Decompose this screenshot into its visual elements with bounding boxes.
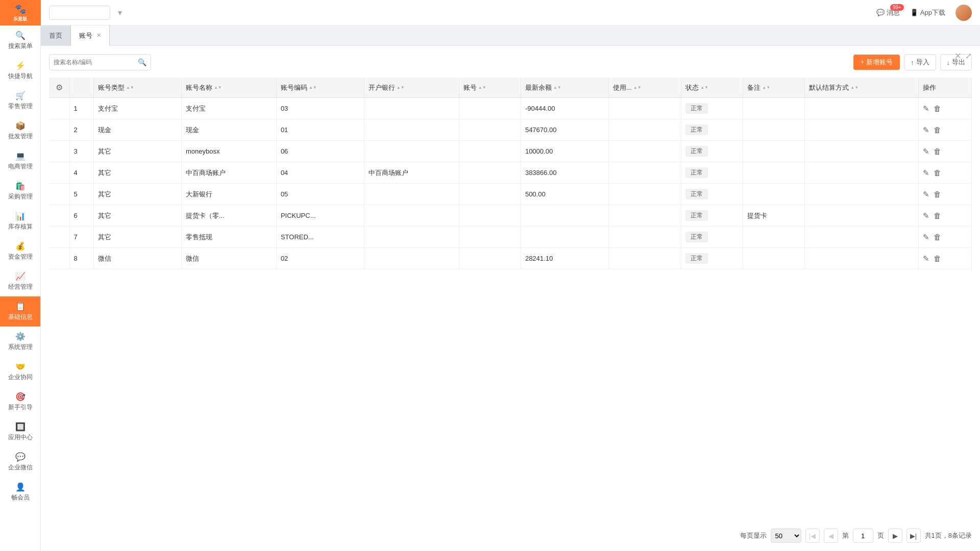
sidebar-item-ecommerce[interactable]: 💻 电商管理 [0,146,40,176]
row-bank [364,227,459,248]
message-button[interactable]: 💬 消息 99+ [876,8,900,17]
status-badge: 正常 [685,210,708,221]
row-type: 其它 [93,227,181,248]
col-default-settlement[interactable]: 默认结算方式 ▲▼ [805,78,919,98]
search-icon[interactable]: 🔍 [138,58,146,66]
status-badge: 正常 [685,146,708,157]
user-avatar[interactable] [955,5,972,21]
row-index: 8 [69,248,93,269]
delete-button[interactable]: 🗑 [934,233,941,241]
table-settings-icon[interactable]: ⚙ [56,83,63,92]
row-bank [364,98,459,119]
sidebar-item-system[interactable]: ⚙️ 系统管理 [0,327,40,357]
delete-button[interactable]: 🗑 [934,126,941,134]
total-label: 共1页，8条记录 [925,531,972,540]
add-account-label: + 新增账号 [861,58,893,67]
topbar-dropdown-arrow[interactable]: ▼ [116,9,124,17]
last-page-button[interactable]: ▶| [906,529,921,543]
col-name[interactable]: 账号名称 ▲▼ [181,78,276,98]
delete-button[interactable]: 🗑 [934,168,941,177]
row-type: 其它 [93,162,181,184]
col-usage[interactable]: 使用... ▲▼ [608,78,681,98]
status-badge: 正常 [685,253,708,264]
page-input[interactable]: 1 [853,529,873,543]
row-actions: ✎ 🗑 [919,248,972,269]
delete-button[interactable]: 🗑 [934,211,941,220]
col-type[interactable]: 账号类型 ▲▼ [93,78,181,98]
row-remark [743,98,805,119]
tab-home[interactable]: 首页 [41,26,71,46]
app-download-button[interactable]: 📱 App下载 [910,8,945,17]
tab-account[interactable]: 账号 ✕ [71,26,110,46]
sort-remark-icon: ▲▼ [762,86,770,90]
delete-button[interactable]: 🗑 [934,254,941,263]
edit-button[interactable]: ✎ [923,190,929,199]
row-remark [743,162,805,184]
sidebar-item-operations[interactable]: 📈 经营管理 [0,266,40,296]
row-code: 06 [276,141,364,162]
sidebar-item-wholesale[interactable]: 📦 批发管理 [0,116,40,146]
topbar-search-input[interactable] [49,6,110,20]
sidebar-item-basicinfo[interactable]: 📋 基础信息 [0,296,40,327]
table-row: 3 其它 moneybosx 06 10000.00 正常 ✎ 🗑 [49,141,972,162]
edit-button[interactable]: ✎ [923,147,929,156]
row-account [459,227,521,248]
table-row: 8 微信 微信 02 28241.10 正常 ✎ 🗑 [49,248,972,269]
edit-button[interactable]: ✎ [923,254,929,263]
member-icon: 👤 [15,482,26,492]
first-page-button[interactable]: |◀ [805,529,820,543]
sidebar-item-search[interactable]: 🔍 搜索菜单 [0,26,40,56]
row-code: 01 [276,119,364,141]
sidebar-item-enterprise[interactable]: 🤝 企业协同 [0,357,40,387]
import-button[interactable]: ↑ 导入 [904,54,936,70]
row-code: PICKUPC... [276,205,364,227]
sidebar-item-member[interactable]: 👤 畅会员 [0,477,40,507]
delete-button[interactable]: 🗑 [934,147,941,156]
logo-icon: 🐾 [15,4,26,15]
sidebar-item-inventory[interactable]: 📊 库存核算 [0,206,40,236]
edit-button[interactable]: ✎ [923,211,929,220]
col-bank-label: 开户银行 [369,83,395,92]
prev-page-button[interactable]: ◀ [824,529,838,543]
app-download-label: App下载 [920,8,945,17]
delete-button[interactable]: 🗑 [934,190,941,198]
edit-button[interactable]: ✎ [923,126,929,135]
edit-button[interactable]: ✎ [923,168,929,178]
row-name: 提货卡（零... [181,205,276,227]
sidebar-item-appcenter[interactable]: 🔲 应用中心 [0,417,40,447]
topbar-left: ▼ [49,6,124,20]
inventory-icon: 📊 [15,211,26,221]
add-account-button[interactable]: + 新增账号 [853,55,900,70]
app-logo: 🐾 乐意版 [0,0,41,26]
search-input[interactable] [54,59,135,66]
row-default-settlement [805,248,919,269]
sidebar-item-purchase[interactable]: 🛍️ 采购管理 [0,176,40,206]
row-settings-cell [49,184,69,205]
sidebar-item-bizwechat[interactable]: 💬 企业微信 [0,447,40,477]
action-icons: ✎ 🗑 [923,104,967,113]
sort-usage-icon: ▲▼ [633,86,642,90]
sidebar-item-quicknav[interactable]: ⚡ 快捷导航 [0,56,40,86]
col-actions: 操作 [919,78,972,98]
edit-button[interactable]: ✎ [923,233,929,242]
col-balance[interactable]: 最新余额 ▲▼ [521,78,608,98]
sidebar-item-guide[interactable]: 🎯 新手引导 [0,387,40,417]
col-status[interactable]: 状态 ▲▼ [681,78,743,98]
row-balance: -90444.00 [521,98,608,119]
page-size-select[interactable]: 50 20 100 [771,529,801,543]
close-window-button[interactable]: ✕ [954,51,961,61]
tab-account-close[interactable]: ✕ [96,32,101,39]
next-page-button[interactable]: ▶ [888,529,902,543]
delete-button[interactable]: 🗑 [934,104,941,113]
maximize-window-button[interactable]: ⤢ [965,51,972,61]
sidebar-item-finance[interactable]: 💰 资金管理 [0,236,40,266]
edit-button[interactable]: ✎ [923,104,929,113]
sidebar-item-retail[interactable]: 🛒 零售管理 [0,86,40,116]
col-remark[interactable]: 备注 ▲▼ [743,78,805,98]
col-code-label: 账号编码 [281,83,307,92]
col-account[interactable]: 账号 ▲▼ [459,78,521,98]
col-bank[interactable]: 开户银行 ▲▼ [364,78,459,98]
col-code[interactable]: 账号编码 ▲▼ [276,78,364,98]
row-index: 5 [69,184,93,205]
col-index [69,78,93,98]
